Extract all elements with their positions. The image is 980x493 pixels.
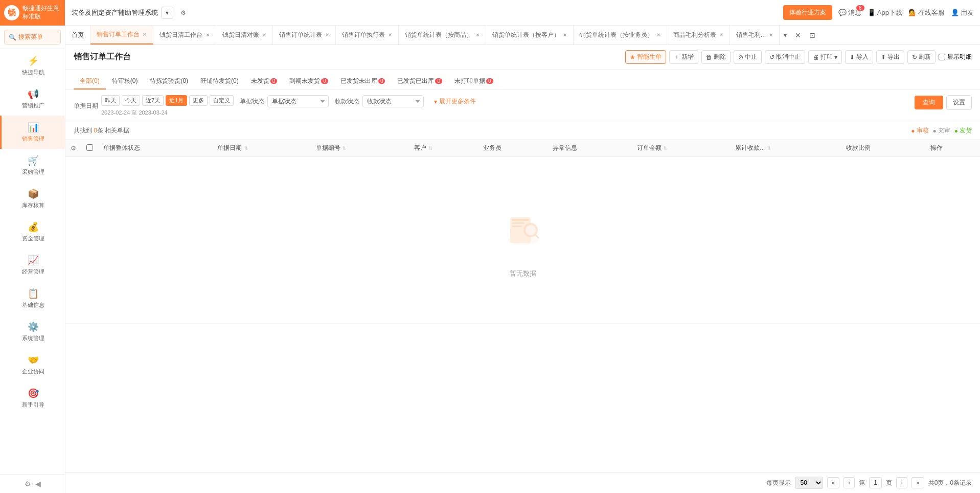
date-7days-btn[interactable]: 近7天: [142, 95, 164, 106]
refresh-button[interactable]: ↻ 刷新: [907, 50, 936, 64]
logo-icon: 畅: [4, 5, 19, 20]
tab-close-sales-stat-staff[interactable]: ✕: [656, 32, 660, 38]
sidebar-item-enterprise[interactable]: 🤝 企业协同: [0, 348, 65, 382]
sub-tab-not-printed[interactable]: 未打印单据0: [448, 74, 499, 89]
tab-sales-exec[interactable]: 销售订单执行表 ✕: [336, 26, 399, 44]
tab-gross-profit[interactable]: 商品毛利分析表 ✕: [667, 26, 730, 44]
void-action-btn[interactable]: ● 充审: [933, 126, 950, 135]
search-menu-button[interactable]: 🔍 搜索菜单: [4, 30, 61, 44]
tab-close-sales-exec[interactable]: ✕: [388, 32, 392, 38]
expand-more-btn[interactable]: ▾ 展开更多条件: [430, 95, 480, 108]
tab-close-all-btn[interactable]: ✕: [791, 31, 805, 39]
cancel-stop-button[interactable]: ↺ 取消中止: [765, 50, 805, 64]
void-dot-icon: ●: [933, 127, 937, 135]
tab-close-sales-stat-customer[interactable]: ✕: [563, 32, 567, 38]
payment-select[interactable]: 收款状态: [362, 95, 424, 107]
col-checkbox[interactable]: [81, 140, 98, 157]
next-page-btn[interactable]: ›: [896, 477, 907, 488]
sub-tab-wangpu[interactable]: 旺铺待发货(0): [194, 74, 245, 89]
pagination: 每页显示 50 20 100 « ‹ 第 1 页 › » 共0页，0条记录: [65, 472, 980, 493]
tab-expand-btn[interactable]: ⊡: [805, 31, 819, 39]
svg-point-6: [526, 225, 536, 235]
audit-action-btn[interactable]: ● 审核: [911, 126, 928, 135]
tab-sales-more[interactable]: 销售毛利... ✕: [730, 26, 780, 44]
select-all-checkbox[interactable]: [86, 144, 93, 151]
sidebar-item-marketing[interactable]: 📢 营销推广: [0, 82, 65, 116]
sidebar-item-operations[interactable]: 📈 经营管理: [0, 249, 65, 282]
user-button[interactable]: 👤 用友: [951, 8, 974, 17]
tab-close-sales-stat[interactable]: ✕: [325, 32, 329, 38]
export-button[interactable]: ⬆ 导出: [876, 50, 904, 64]
svg-rect-2: [512, 219, 529, 221]
date-today-btn[interactable]: 今天: [122, 95, 140, 106]
date-yesterday-btn[interactable]: 昨天: [101, 95, 120, 106]
last-page-btn[interactable]: »: [911, 477, 924, 488]
col-collected[interactable]: 累计收款... ⇅: [730, 140, 841, 157]
tab-close-gross-profit[interactable]: ✕: [719, 32, 723, 38]
tab-sales-stat[interactable]: 销售订单统计表 ✕: [273, 26, 336, 44]
tab-sales-stat-product[interactable]: 销货单统计表（按商品） ✕: [399, 26, 486, 44]
col-date[interactable]: 单据日期 ⇅: [212, 140, 311, 157]
date-custom-btn[interactable]: 自定义: [210, 95, 234, 106]
show-detail-label[interactable]: 显示明细: [939, 53, 972, 61]
stop-button[interactable]: ⊘ 中止: [734, 50, 762, 64]
set-button[interactable]: 设置: [946, 95, 972, 110]
settings-icon: ⚙: [25, 480, 31, 488]
sidebar-item-quick-nav[interactable]: ⚡ 快捷导航: [0, 49, 65, 82]
tab-close-sales-workbench[interactable]: ✕: [143, 32, 147, 37]
first-page-btn[interactable]: «: [827, 477, 840, 488]
sidebar-item-basic-info[interactable]: 📋 基础信息: [0, 282, 65, 315]
tab-sales-stat-staff[interactable]: 销货单统计表（按业务员） ✕: [574, 26, 667, 44]
tab-close-cash-daily[interactable]: ✕: [206, 32, 210, 38]
industry-btn[interactable]: 体验行业方案: [783, 5, 832, 20]
tab-close-sales-stat-product[interactable]: ✕: [475, 32, 480, 38]
online-service-button[interactable]: 💁 在线客服: [908, 8, 945, 17]
sub-tab-expired[interactable]: 到期未发货0: [283, 74, 334, 89]
sub-tab-pending-audit[interactable]: 待审核(0): [106, 74, 144, 89]
print-button[interactable]: 🖨 打印 ▾: [808, 50, 842, 64]
sub-tab-shipped-not-stored[interactable]: 已发货未出库0: [334, 74, 392, 89]
col-amount[interactable]: 订单金额 ⇅: [632, 140, 731, 157]
delete-button[interactable]: 🗑 删除: [701, 50, 731, 64]
col-number[interactable]: 单据编号 ⇅: [311, 140, 409, 157]
sub-tab-shipped-stored[interactable]: 已发货已出库0: [391, 74, 448, 89]
add-button[interactable]: ＋ 新增: [669, 50, 698, 64]
tab-sales-stat-customer[interactable]: 销货单统计表（按客户） ✕: [486, 26, 574, 44]
col-settings[interactable]: ⚙: [65, 140, 81, 157]
sidebar-item-purchase[interactable]: 🛒 采购管理: [0, 149, 65, 182]
tab-close-cash-reconcile[interactable]: ✕: [262, 32, 266, 38]
settings-gear-button[interactable]: ⚙: [176, 7, 190, 18]
date-more-btn[interactable]: 更多: [189, 95, 208, 106]
show-detail-checkbox[interactable]: [939, 54, 945, 60]
per-page-select[interactable]: 50 20 100: [795, 477, 823, 489]
tab-close-sales-more[interactable]: ✕: [769, 32, 773, 38]
system-title-dropdown[interactable]: ▾: [161, 7, 173, 19]
tab-cash-daily[interactable]: 钱货日清工作台 ✕: [153, 26, 216, 44]
sidebar-item-system[interactable]: ⚙️ 系统管理: [0, 315, 65, 348]
sidebar-item-newbie[interactable]: 🎯 新手引导: [0, 382, 65, 415]
query-button[interactable]: 查询: [915, 96, 943, 109]
sub-tab-pending-inspect[interactable]: 待拣货验货(0): [144, 74, 194, 89]
collapse-button[interactable]: ◀: [35, 480, 41, 488]
smart-create-button[interactable]: ★ 智能生单: [625, 50, 666, 64]
sidebar-item-inventory[interactable]: 📦 库存核算: [0, 182, 65, 215]
import-button[interactable]: ⬇ 导入: [845, 50, 873, 64]
tab-home[interactable]: 首页: [65, 26, 90, 44]
settings-button[interactable]: ⚙: [25, 480, 31, 488]
prev-page-btn[interactable]: ‹: [844, 477, 855, 488]
tab-cash-reconcile[interactable]: 钱货日清对账 ✕: [216, 26, 273, 44]
app-download-button[interactable]: 📱 App下载: [868, 8, 902, 17]
col-customer[interactable]: 客户 ⇅: [409, 140, 477, 157]
status-select[interactable]: 单据状态: [267, 95, 329, 107]
tab-sales-workbench[interactable]: 销售订单工作台 ✕: [90, 26, 153, 44]
ship-action-btn[interactable]: ● 发货: [954, 126, 972, 135]
tab-overflow-btn[interactable]: ▾: [780, 32, 791, 39]
sub-tab-all[interactable]: 全部(0): [74, 74, 106, 89]
message-button[interactable]: 💬 消息 6: [838, 8, 861, 17]
date-1month-btn[interactable]: 近1月: [166, 95, 187, 106]
sidebar-item-sales[interactable]: 📊 销售管理: [0, 116, 65, 149]
sidebar-item-finance[interactable]: 💰 资金管理: [0, 215, 65, 249]
sub-tab-not-shipped[interactable]: 未发货0: [245, 74, 284, 89]
sidebar-search[interactable]: 🔍 搜索菜单: [0, 26, 65, 49]
result-count-text: 共找到 0条 相关单据: [74, 126, 129, 135]
